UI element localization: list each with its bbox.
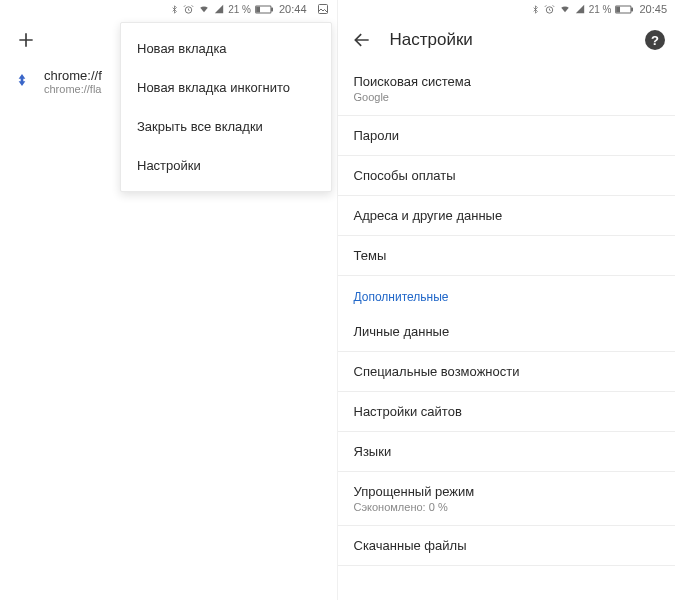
setting-addresses[interactable]: Адреса и другие данные	[338, 196, 676, 236]
setting-languages[interactable]: Языки	[338, 432, 676, 472]
tab-text: chrome://f chrome://fla	[44, 68, 102, 95]
left-pane: 21 % 20:44 chrome://f chrome://fla Новая…	[0, 0, 338, 600]
svg-rect-2	[272, 8, 273, 11]
section-advanced: Дополнительные	[338, 276, 676, 312]
page-title: Настройки	[390, 30, 632, 50]
battery-percent: 21 %	[228, 4, 251, 15]
wifi-icon	[559, 4, 571, 14]
setting-site-settings[interactable]: Настройки сайтов	[338, 392, 676, 432]
setting-label: Личные данные	[354, 324, 660, 339]
setting-lite-mode[interactable]: Упрощенный режим Сэкономлено: 0 %	[338, 472, 676, 526]
setting-privacy[interactable]: Личные данные	[338, 312, 676, 352]
alarm-icon	[544, 4, 555, 15]
battery-icon	[615, 5, 633, 14]
signal-icon	[575, 4, 585, 14]
tab-title: chrome://f	[44, 68, 102, 83]
clock: 20:44	[279, 3, 307, 15]
settings-toolbar: Настройки ?	[338, 18, 676, 62]
menu-item-close-all-tabs[interactable]: Закрыть все вкладки	[121, 107, 331, 146]
setting-label: Пароли	[354, 128, 660, 143]
setting-label: Темы	[354, 248, 660, 263]
battery-percent: 21 %	[589, 4, 612, 15]
tab-favicon-icon	[12, 70, 32, 90]
svg-rect-4	[318, 5, 327, 14]
setting-label: Адреса и другие данные	[354, 208, 660, 223]
new-tab-button[interactable]	[8, 22, 44, 58]
setting-label: Языки	[354, 444, 660, 459]
setting-downloads[interactable]: Скачанные файлы	[338, 526, 676, 566]
setting-passwords[interactable]: Пароли	[338, 116, 676, 156]
help-icon: ?	[651, 33, 659, 48]
setting-label: Поисковая система	[354, 74, 660, 89]
menu-item-settings[interactable]: Настройки	[121, 146, 331, 185]
clock: 20:45	[639, 3, 667, 15]
menu-item-new-incognito-tab[interactable]: Новая вкладка инкогнито	[121, 68, 331, 107]
setting-payment-methods[interactable]: Способы оплаты	[338, 156, 676, 196]
battery-icon	[255, 5, 273, 14]
setting-themes[interactable]: Темы	[338, 236, 676, 276]
alarm-icon	[183, 4, 194, 15]
setting-label: Скачанные файлы	[354, 538, 660, 553]
setting-label: Специальные возможности	[354, 364, 660, 379]
overflow-menu: Новая вкладка Новая вкладка инкогнито За…	[120, 22, 332, 192]
bluetooth-icon	[531, 4, 540, 15]
setting-sub: Google	[354, 91, 660, 103]
menu-item-new-tab[interactable]: Новая вкладка	[121, 29, 331, 68]
right-pane: 21 % 20:45 Настройки ? Поисковая система…	[338, 0, 676, 600]
svg-rect-8	[617, 7, 620, 12]
setting-accessibility[interactable]: Специальные возможности	[338, 352, 676, 392]
svg-rect-3	[257, 7, 260, 12]
settings-list: Поисковая система Google Пароли Способы …	[338, 62, 676, 566]
svg-rect-7	[632, 8, 633, 11]
setting-label: Способы оплаты	[354, 168, 660, 183]
status-bar: 21 % 20:45	[338, 0, 676, 18]
signal-icon	[214, 4, 224, 14]
setting-label: Упрощенный режим	[354, 484, 660, 499]
picture-icon	[317, 3, 329, 15]
setting-label: Настройки сайтов	[354, 404, 660, 419]
setting-search-engine[interactable]: Поисковая система Google	[338, 62, 676, 116]
setting-sub: Сэкономлено: 0 %	[354, 501, 660, 513]
tab-url: chrome://fla	[44, 83, 102, 95]
bluetooth-icon	[170, 4, 179, 15]
wifi-icon	[198, 4, 210, 14]
help-button[interactable]: ?	[645, 30, 665, 50]
back-button[interactable]	[348, 26, 376, 54]
status-bar: 21 % 20:44	[0, 0, 337, 18]
